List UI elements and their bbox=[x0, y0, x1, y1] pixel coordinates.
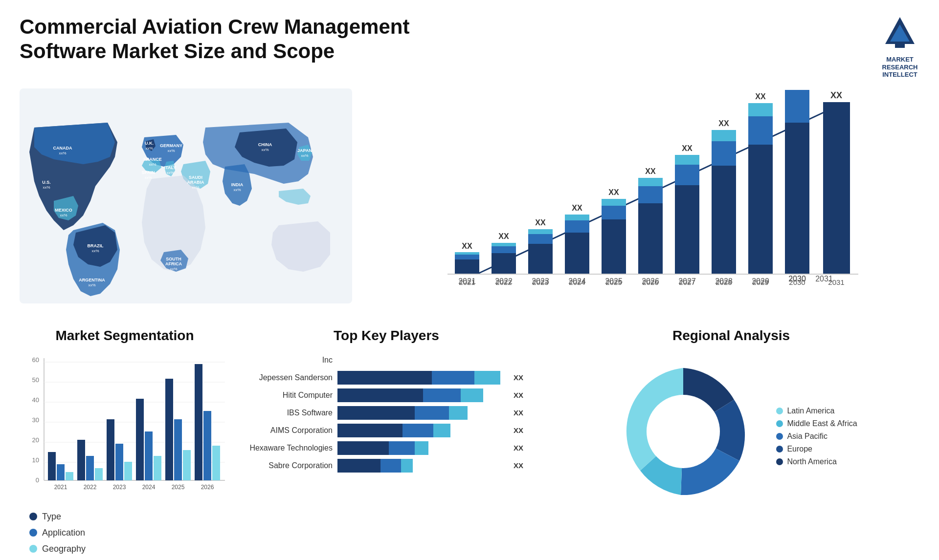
player-row-5: Sabre Corporation XX bbox=[245, 459, 528, 473]
regional-content: Latin America Middle East & Africa Asia … bbox=[543, 353, 919, 510]
svg-rect-128 bbox=[124, 462, 132, 480]
svg-text:2028: 2028 bbox=[715, 278, 732, 286]
logo-icon bbox=[880, 15, 919, 54]
svg-rect-43 bbox=[492, 253, 516, 274]
reg-label-mea: Middle East & Africa bbox=[787, 419, 857, 428]
player-bar-seg1-0 bbox=[337, 371, 432, 385]
svg-text:XX: XX bbox=[645, 167, 656, 175]
svg-text:xx%: xx% bbox=[145, 146, 153, 151]
svg-text:60: 60 bbox=[32, 356, 39, 364]
svg-rect-65 bbox=[638, 178, 663, 186]
player-bar-seg2-3 bbox=[402, 424, 433, 437]
svg-text:SOUTH: SOUTH bbox=[166, 257, 181, 261]
svg-rect-38 bbox=[455, 259, 479, 274]
svg-rect-68 bbox=[675, 185, 699, 274]
svg-rect-79 bbox=[748, 116, 773, 145]
player-bar-seg3-2 bbox=[449, 406, 468, 420]
svg-text:2031: 2031 bbox=[828, 278, 844, 286]
segmentation-title: Market Segmentation bbox=[20, 328, 230, 344]
reg-legend-latin: Latin America bbox=[776, 407, 857, 415]
svg-text:xx%: xx% bbox=[91, 249, 99, 253]
svg-text:2024: 2024 bbox=[569, 278, 585, 286]
svg-rect-53 bbox=[565, 233, 589, 274]
player-bar-seg3-3 bbox=[433, 424, 450, 437]
svg-text:xx%: xx% bbox=[144, 175, 152, 180]
reg-legend-apac: Asia Pacific bbox=[776, 432, 857, 441]
svg-rect-63 bbox=[638, 203, 663, 274]
svg-text:XX: XX bbox=[718, 119, 729, 128]
regional-legend: Latin America Middle East & Africa Asia … bbox=[776, 407, 857, 466]
svg-rect-120 bbox=[66, 472, 73, 480]
svg-rect-40 bbox=[455, 252, 479, 255]
player-name-2: IBS Software bbox=[245, 409, 333, 417]
svg-text:2025: 2025 bbox=[172, 484, 185, 491]
player-bar-1 bbox=[337, 388, 509, 402]
svg-rect-119 bbox=[57, 464, 65, 480]
svg-text:SAUDI: SAUDI bbox=[189, 175, 202, 180]
svg-text:XX: XX bbox=[608, 188, 619, 196]
player-bar-2 bbox=[337, 406, 509, 420]
svg-rect-127 bbox=[115, 444, 123, 480]
content-top: CANADA xx% U.S. xx% MEXICO xx% BRAZIL xx… bbox=[20, 88, 919, 313]
player-bar-inc bbox=[337, 353, 509, 367]
legend-dot-type bbox=[29, 513, 37, 520]
svg-text:50: 50 bbox=[32, 376, 39, 384]
player-value-1: XX bbox=[514, 391, 528, 399]
player-value-2: XX bbox=[514, 409, 528, 417]
svg-rect-124 bbox=[95, 468, 103, 480]
legend-application: Application bbox=[29, 528, 230, 538]
player-name-1: Hitit Computer bbox=[245, 391, 333, 400]
player-name-inc: Inc bbox=[245, 356, 333, 365]
content-bottom: Market Segmentation 0 10 20 30 40 50 60 bbox=[20, 328, 919, 560]
svg-text:2024: 2024 bbox=[142, 484, 156, 491]
title-block: Commercial Aviation Crew Management Soft… bbox=[20, 15, 411, 64]
player-bar-0 bbox=[337, 371, 509, 385]
legend-dot-geography bbox=[29, 545, 37, 553]
legend-geography: Geography bbox=[29, 544, 230, 554]
player-bar-seg3-4 bbox=[415, 441, 428, 455]
svg-text:CHINA: CHINA bbox=[258, 142, 272, 147]
player-name-0: Jepessen Sanderson bbox=[245, 373, 333, 382]
reg-dot-mea bbox=[776, 420, 783, 427]
svg-text:xx%: xx% bbox=[233, 188, 241, 192]
reg-legend-na: North America bbox=[776, 457, 857, 466]
logo-block: MARKET RESEARCH INTELLECT bbox=[880, 15, 919, 79]
player-bar-seg3-0 bbox=[474, 371, 500, 385]
map-section: CANADA xx% U.S. xx% MEXICO xx% BRAZIL xx… bbox=[20, 88, 352, 313]
svg-rect-134 bbox=[165, 379, 173, 480]
svg-text:XX: XX bbox=[535, 218, 546, 227]
svg-rect-123 bbox=[86, 456, 94, 480]
svg-rect-2 bbox=[895, 44, 905, 48]
player-name-5: Sabre Corporation bbox=[245, 461, 333, 470]
svg-text:40: 40 bbox=[32, 396, 39, 404]
page-container: Commercial Aviation Crew Management Soft… bbox=[0, 0, 939, 560]
svg-text:xx%: xx% bbox=[59, 151, 66, 155]
player-bar-4 bbox=[337, 441, 509, 455]
player-bar-seg2-1 bbox=[423, 388, 461, 402]
player-bar-seg2-5 bbox=[380, 459, 401, 473]
segmentation-section: Market Segmentation 0 10 20 30 40 50 60 bbox=[20, 328, 230, 560]
svg-rect-74 bbox=[712, 141, 736, 166]
header: Commercial Aviation Crew Management Soft… bbox=[20, 15, 919, 79]
reg-legend-mea: Middle East & Africa bbox=[776, 419, 857, 428]
svg-rect-78 bbox=[748, 145, 773, 274]
svg-text:FRANCE: FRANCE bbox=[143, 157, 162, 162]
player-name-4: Hexaware Technologies bbox=[245, 444, 333, 452]
regional-title: Regional Analysis bbox=[543, 328, 919, 344]
players-list: Inc Jepessen Sanderson XX bbox=[245, 353, 528, 473]
svg-text:xx%: xx% bbox=[43, 185, 50, 190]
legend-type: Type bbox=[29, 512, 230, 522]
svg-rect-45 bbox=[492, 243, 516, 246]
svg-rect-80 bbox=[748, 103, 773, 116]
svg-rect-48 bbox=[528, 244, 553, 274]
svg-text:U.K.: U.K. bbox=[145, 141, 154, 146]
svg-text:XX: XX bbox=[682, 144, 693, 152]
svg-rect-130 bbox=[136, 399, 144, 480]
key-players-section: Top Key Players Inc Jepessen Sanderson bbox=[245, 328, 528, 560]
page-title: Commercial Aviation Crew Management Soft… bbox=[20, 15, 411, 64]
svg-rect-132 bbox=[154, 456, 161, 480]
player-bar-3 bbox=[337, 424, 509, 437]
svg-text:2025: 2025 bbox=[605, 278, 622, 286]
bar-chart-svg: XX 2021 XX 2022 XX 2023 bbox=[377, 88, 919, 303]
svg-rect-138 bbox=[195, 364, 202, 480]
